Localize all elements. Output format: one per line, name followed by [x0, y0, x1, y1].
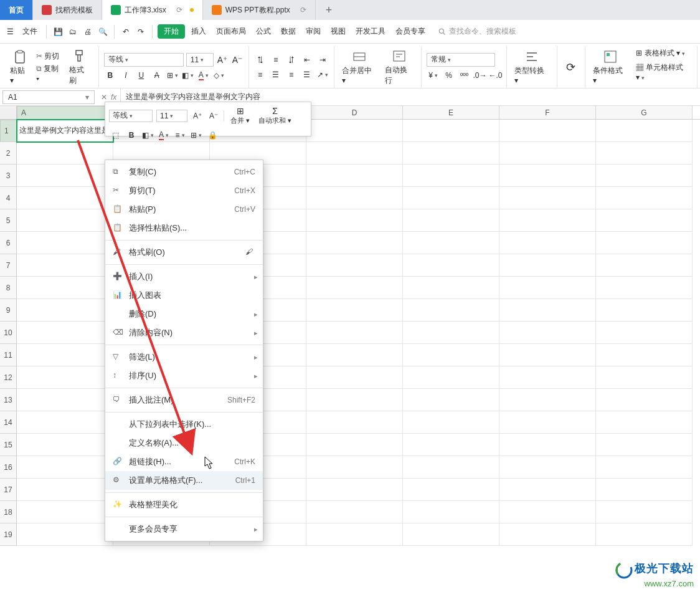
cell[interactable]: [306, 344, 403, 366]
dec-inc-icon[interactable]: .0→: [473, 69, 486, 82]
row-header[interactable]: 11: [0, 344, 17, 366]
cell[interactable]: [306, 209, 403, 232]
cell[interactable]: [306, 479, 403, 501]
row-header[interactable]: 9: [0, 299, 17, 322]
tab-add-button[interactable]: +: [316, 0, 343, 20]
cell[interactable]: [403, 366, 499, 389]
border-icon[interactable]: ⊞: [166, 69, 179, 82]
col-header-A[interactable]: A: [17, 106, 113, 120]
cell[interactable]: [403, 456, 499, 479]
tab-pptx[interactable]: WPS PPT教程.pptx ⟳: [203, 0, 316, 20]
ctx-cut[interactable]: ✂剪切(T)Ctrl+X: [105, 181, 263, 200]
row-header[interactable]: 8: [0, 277, 17, 299]
cell[interactable]: [596, 523, 693, 546]
cell[interactable]: [499, 232, 596, 254]
cell[interactable]: [403, 120, 499, 142]
command-search[interactable]: 查找命令、搜索模板: [438, 26, 696, 37]
dec-dec-icon[interactable]: ←.0: [489, 69, 501, 82]
justify-icon[interactable]: ☰: [301, 69, 313, 81]
cell[interactable]: [499, 456, 596, 479]
cell[interactable]: [306, 277, 403, 299]
row-header[interactable]: 10: [0, 322, 17, 344]
cell[interactable]: [596, 209, 693, 232]
cell[interactable]: [403, 322, 499, 344]
merge-center-button[interactable]: 合并居中 ▾: [339, 48, 379, 86]
cell[interactable]: [403, 411, 499, 434]
menu-insert[interactable]: 插入: [187, 24, 210, 39]
row-header[interactable]: 3: [0, 165, 17, 187]
cell[interactable]: [596, 120, 693, 142]
cell[interactable]: [17, 277, 113, 299]
formula-input[interactable]: 这里是举例文字内容这里是举例文字内容: [121, 92, 700, 102]
ctx-beautify[interactable]: ✨表格整理美化: [105, 495, 263, 514]
paste-button[interactable]: 粘贴 ▾: [7, 48, 32, 86]
cell[interactable]: [403, 232, 499, 254]
cell-A1[interactable]: 这里是举例文字内容这里是举例文字内容: [17, 120, 113, 142]
hamburger-icon[interactable]: ☰: [4, 26, 16, 38]
cell[interactable]: [17, 344, 113, 366]
cell[interactable]: [306, 501, 403, 523]
cell[interactable]: [499, 142, 596, 165]
row-header[interactable]: 6: [0, 232, 17, 254]
cell[interactable]: [499, 344, 596, 366]
mini-font-color-icon[interactable]: A: [158, 129, 170, 141]
cell[interactable]: [499, 299, 596, 322]
row-header[interactable]: 7: [0, 254, 17, 277]
cell[interactable]: [596, 277, 693, 299]
cell[interactable]: [403, 142, 499, 165]
cell[interactable]: [596, 187, 693, 209]
tab-templates[interactable]: 找稻壳模板: [33, 0, 102, 20]
cell[interactable]: [403, 501, 499, 523]
mini-size-select[interactable]: 11: [156, 110, 187, 122]
row-header[interactable]: 1: [0, 120, 17, 142]
number-format-select[interactable]: 常规: [427, 53, 495, 67]
menu-start[interactable]: 开始: [158, 24, 185, 39]
percent-icon[interactable]: %: [442, 69, 455, 82]
fx-icon[interactable]: fx: [111, 93, 116, 102]
ctx-delete[interactable]: 删除(D): [105, 305, 263, 323]
ctx-hyperlink[interactable]: 🔗超链接(H)...Ctrl+K: [105, 452, 263, 471]
menu-formulas[interactable]: 公式: [252, 24, 275, 39]
font-name-select[interactable]: 等线: [104, 53, 184, 67]
cell[interactable]: [17, 366, 113, 389]
cell[interactable]: [596, 434, 693, 456]
cell[interactable]: [17, 523, 113, 546]
cell[interactable]: [306, 456, 403, 479]
align-bottom-icon[interactable]: ⮃: [285, 54, 298, 66]
cell[interactable]: [17, 456, 113, 479]
cell[interactable]: [403, 344, 499, 366]
grow-font-icon[interactable]: A⁺: [216, 54, 229, 66]
cell[interactable]: [499, 254, 596, 277]
menu-data[interactable]: 数据: [277, 24, 300, 39]
font-size-select[interactable]: 11: [186, 53, 214, 67]
cell[interactable]: [499, 523, 596, 546]
currency-icon[interactable]: ¥: [427, 69, 439, 82]
row-header[interactable]: 16: [0, 456, 17, 479]
cell[interactable]: [17, 232, 113, 254]
align-left-icon[interactable]: ≡: [254, 69, 267, 81]
copy-button[interactable]: ⧉ 复制 ▾: [36, 64, 63, 83]
indent-inc-icon[interactable]: ⇥: [316, 54, 329, 66]
indent-dec-icon[interactable]: ⇤: [301, 54, 313, 66]
ctx-more-vip[interactable]: 更多会员专享: [105, 520, 263, 538]
fill-color-icon[interactable]: ◧: [182, 69, 194, 82]
bold-icon[interactable]: B: [104, 69, 116, 82]
ctx-insert[interactable]: ➕插入(I): [105, 267, 263, 286]
cell[interactable]: [17, 322, 113, 344]
cell[interactable]: [499, 187, 596, 209]
cell[interactable]: [17, 209, 113, 232]
ctx-format-painter[interactable]: 🖌格式刷(O)🖌: [105, 243, 263, 262]
cell[interactable]: [306, 322, 403, 344]
mini-fill-icon[interactable]: ◧: [141, 129, 154, 141]
col-header-E[interactable]: E: [403, 106, 499, 119]
row-header[interactable]: 17: [0, 479, 17, 501]
cell[interactable]: [499, 120, 596, 142]
cell[interactable]: [596, 501, 693, 523]
menu-devtools[interactable]: 开发工具: [352, 24, 389, 39]
cell[interactable]: [596, 142, 693, 165]
tab-home[interactable]: 首页: [0, 0, 33, 20]
align-middle-icon[interactable]: ≡: [270, 54, 282, 66]
print-icon[interactable]: 🖨: [82, 26, 94, 38]
align-top-icon[interactable]: ⮁: [254, 54, 267, 66]
cell[interactable]: [403, 277, 499, 299]
